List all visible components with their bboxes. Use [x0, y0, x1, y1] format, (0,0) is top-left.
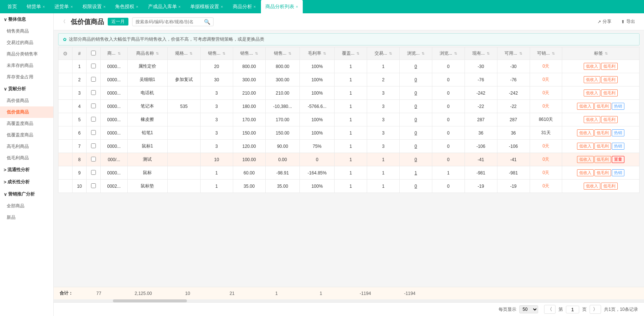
per-page-select[interactable]: 50 100 — [519, 305, 538, 313]
browse-link[interactable]: 0 — [415, 184, 417, 189]
product-tag: 热销 — [612, 143, 624, 150]
close-icon[interactable]: × — [70, 4, 73, 9]
sidebar-item-low-coverage[interactable]: 低覆盖度商品 — [0, 129, 53, 141]
row-cell-code: 0000... — [101, 100, 127, 113]
chevron-down-icon: ∨ — [4, 192, 7, 197]
name-column-header[interactable]: 商品名称 ⇅ — [127, 47, 167, 60]
close-icon[interactable]: × — [221, 4, 223, 9]
nav-sales-order[interactable]: 销货单 × — [22, 0, 49, 13]
browse-link[interactable]: 0 — [415, 64, 417, 69]
export-button[interactable]: ⬆ 导出 — [618, 17, 638, 26]
sidebar-collapse-button[interactable]: 《 — [60, 17, 67, 26]
pagination-bar: 每页显示 50 100 〈 第 页 〉 共1页，10条记录 — [54, 302, 644, 316]
spec-column-header[interactable]: 规格... ⇅ — [167, 47, 200, 60]
row-checkbox[interactable] — [91, 103, 96, 108]
settings-column-header[interactable]: ⚙ — [58, 47, 73, 60]
sidebar-item-category-sales-rate[interactable]: 商品分类销售率 — [0, 48, 53, 60]
nav-purchase-order[interactable]: 进货单 × — [50, 0, 77, 13]
browse1-column-header[interactable]: 浏览... ⇅ — [399, 47, 432, 60]
sidebar-item-all-products[interactable]: 全部商品 — [0, 200, 53, 212]
row-checkbox[interactable] — [91, 90, 96, 95]
sidebar-item-high-value[interactable]: 高价值商品 — [0, 95, 53, 106]
browse-link[interactable]: 0 — [415, 117, 417, 122]
row-checkbox[interactable] — [91, 157, 96, 162]
close-icon[interactable]: × — [103, 4, 105, 9]
product-tag: 低收入 — [577, 156, 594, 163]
settings-icon[interactable]: ⚙ — [63, 51, 68, 57]
browse-link[interactable]: 0 — [415, 91, 417, 96]
browse-link[interactable]: 1 — [415, 170, 417, 176]
row-checkbox[interactable] — [91, 117, 96, 122]
stock2-column-header[interactable]: 可用... ⇅ — [497, 47, 530, 60]
sidebar-group-growth[interactable]: > 成长性分析 — [0, 176, 53, 188]
sidebar-item-high-margin[interactable]: 高毛利商品 — [0, 141, 53, 152]
code-column-header[interactable]: 商... ⇅ — [101, 47, 127, 60]
row-checkbox[interactable] — [91, 130, 96, 135]
browse-link[interactable]: 0 — [415, 130, 417, 136]
sidebar-item-traded-products[interactable]: 交易过的商品 — [0, 37, 53, 48]
close-icon[interactable]: × — [136, 4, 138, 9]
browse-link[interactable]: 0 — [415, 77, 417, 82]
browse-link[interactable]: 0 — [415, 157, 417, 162]
row-checkbox[interactable] — [91, 170, 96, 175]
close-icon[interactable]: × — [254, 4, 256, 9]
page-number-input[interactable] — [566, 306, 579, 313]
row-cell-browse2: 0 — [432, 60, 464, 73]
sidebar-group-contribution[interactable]: ∨ 贡献分析 — [0, 83, 53, 95]
horizontal-scrollbar[interactable] — [54, 299, 644, 302]
nav-home[interactable]: 首页 — [3, 0, 21, 13]
sales3-column-header[interactable]: 销售... ⇅ — [265, 47, 300, 60]
next-page-button[interactable]: 〉 — [590, 305, 601, 314]
row-cell-browse2: 0 — [432, 180, 464, 193]
row-cell-num: 1 — [72, 60, 86, 73]
sales2-column-header[interactable]: 销售... ⇅ — [233, 47, 265, 60]
stock1-column-header[interactable]: 现有... ⇅ — [464, 47, 497, 60]
scrollbar-thumb[interactable] — [113, 299, 187, 302]
nav-product-storage[interactable]: 产成品入库单 × — [144, 0, 185, 13]
sidebar-item-high-coverage[interactable]: 高覆盖度商品 — [0, 118, 53, 129]
row-checkbox[interactable] — [91, 183, 96, 188]
sidebar-group-overall[interactable]: ∨ 整体信息 — [0, 13, 53, 26]
browse2-column-header[interactable]: 浏览... ⇅ — [432, 47, 464, 60]
table-row: 9 0000... 鼠标 1 60.00 -98.91 -164.85% 1 1… — [58, 166, 640, 180]
nav-role-auth[interactable]: 角色授权 × — [111, 0, 142, 13]
close-icon[interactable]: × — [43, 4, 45, 9]
sidebar-item-new-products[interactable]: 新品 — [0, 212, 53, 223]
share-button[interactable]: ↗ 分享 — [594, 17, 614, 26]
search-icon[interactable]: 🔍 — [204, 19, 210, 25]
sales1-column-header[interactable]: 销售... ⇅ — [200, 47, 233, 60]
row-cell-stock2: -19 — [497, 180, 530, 193]
search-input[interactable] — [135, 19, 202, 24]
select-all-checkbox[interactable] — [91, 51, 96, 55]
row-checkbox[interactable] — [91, 64, 96, 68]
tags-column-header[interactable]: 标签 ⇅ — [562, 47, 640, 60]
sidebar-item-sales-products[interactable]: 销售类商品 — [0, 26, 53, 37]
row-checkbox[interactable] — [91, 143, 96, 148]
trade-column-header[interactable]: 交易... ⇅ — [367, 47, 400, 60]
sidebar-group-marketing[interactable]: ∨ 营销推广分析 — [0, 188, 53, 200]
sidebar-item-low-margin[interactable]: 低毛利商品 — [0, 152, 53, 164]
browse-link[interactable]: 0 — [415, 144, 417, 149]
product-tag: 低收入 — [577, 143, 594, 150]
row-cell-s3: 150.00 — [265, 126, 300, 140]
close-icon[interactable]: × — [178, 4, 181, 9]
coverage-column-header[interactable]: 覆盖... ⇅ — [335, 47, 367, 60]
close-icon[interactable]: × — [296, 4, 298, 9]
nav-permissions[interactable]: 权限设置 × — [78, 0, 110, 13]
row-checkbox[interactable] — [91, 77, 96, 82]
sidebar-item-low-value[interactable]: 低价值商品 — [0, 106, 53, 118]
sidebar-item-stock-funds[interactable]: 库存资金占用 — [0, 71, 53, 83]
filter-recent-month[interactable]: 近一月 — [108, 18, 128, 26]
row-cell-trade: 3 — [367, 100, 400, 113]
sidebar-item-no-stock-products[interactable]: 未库存的商品 — [0, 60, 53, 71]
product-tag: 低收入 — [577, 169, 594, 176]
row-cell-stock2: -30 — [497, 60, 530, 73]
nav-product-analysis-list[interactable]: 商品分析列表 × — [261, 0, 302, 13]
nav-product-analysis[interactable]: 商品分析 × — [228, 0, 260, 13]
sidebar-group-flow[interactable]: > 流通性分析 — [0, 164, 53, 176]
nav-template-settings[interactable]: 单据模板设置 × — [186, 0, 227, 13]
saleable-column-header[interactable]: 可销... ⇅ — [530, 47, 562, 60]
prev-page-button[interactable]: 〈 — [544, 305, 556, 314]
browse-link[interactable]: 0 — [415, 104, 417, 109]
margin-column-header[interactable]: 毛利率 ⇅ — [300, 47, 335, 60]
